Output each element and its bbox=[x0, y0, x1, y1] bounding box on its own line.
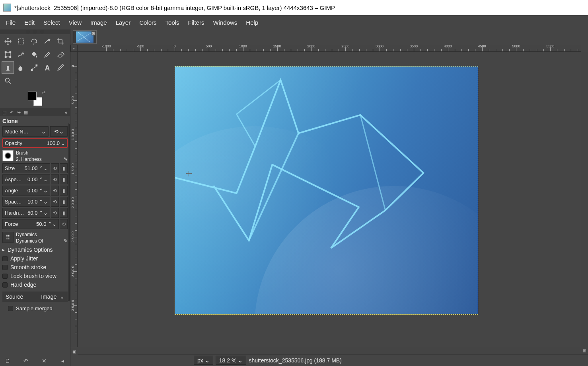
canvas-scroll-v[interactable] bbox=[581, 52, 588, 347]
unit-select[interactable]: px⌄ bbox=[194, 356, 213, 365]
brush-name[interactable]: 2. Hardness bbox=[16, 157, 42, 162]
hardness-link-button[interactable]: ▮ bbox=[60, 208, 68, 218]
menu-tools[interactable]: Tools bbox=[161, 17, 184, 28]
tool-eraser[interactable] bbox=[54, 48, 66, 61]
tool-smudge[interactable] bbox=[15, 61, 27, 74]
svg-rect-0 bbox=[18, 39, 23, 44]
apply-jitter-checkbox[interactable]: Apply Jitter bbox=[2, 255, 68, 262]
title-text: *[shutterstock_2535506] (imported)-8.0 (… bbox=[14, 4, 335, 11]
ruler-vertical[interactable]: 05 0 01 0 0 01 5 0 02 0 0 02 5 0 03 0 0 … bbox=[70, 52, 78, 347]
dynamics-options-expander[interactable]: ▸Dynamics Options bbox=[2, 247, 68, 253]
dynamics-name[interactable]: Dynamics Of bbox=[16, 238, 43, 244]
swap-colors-icon[interactable]: ⇄ bbox=[42, 90, 45, 95]
size-input[interactable]: Size51.00 ⌃⌄ bbox=[2, 163, 50, 173]
menu-help[interactable]: Help bbox=[241, 17, 263, 28]
force-reset-button[interactable]: ⟲ bbox=[60, 219, 68, 229]
sample-merged-checkbox[interactable]: Sample merged bbox=[2, 305, 68, 311]
spacing-reset-button[interactable]: ⟲ bbox=[51, 197, 59, 207]
tool-warp[interactable] bbox=[15, 48, 27, 61]
dock-tab-undo[interactable]: ↪ bbox=[16, 110, 21, 115]
canvas[interactable] bbox=[175, 66, 478, 315]
tool-options-scrollbar[interactable] bbox=[68, 123, 70, 301]
delete-tool-preset-icon[interactable]: ✕ bbox=[41, 357, 48, 364]
spacing-input[interactable]: Spac…10.0 ⌃⌄ bbox=[2, 197, 50, 207]
aspect-reset-button[interactable]: ⟲ bbox=[51, 174, 59, 184]
spacing-link-button[interactable]: ▮ bbox=[60, 197, 68, 207]
save-tool-preset-icon[interactable]: 🗋 bbox=[4, 357, 11, 364]
tool-bucket[interactable] bbox=[28, 48, 40, 61]
menu-edit[interactable]: Edit bbox=[20, 17, 39, 28]
dock-tab-device[interactable]: ↶ bbox=[9, 110, 14, 115]
blend-mode-select[interactable]: Mode N…⌄ bbox=[2, 126, 49, 137]
edit-brush-icon[interactable]: ✎ bbox=[64, 157, 68, 162]
canvas-artwork bbox=[175, 67, 478, 314]
menu-filters[interactable]: Filters bbox=[184, 17, 209, 28]
svg-rect-2 bbox=[5, 51, 6, 53]
brush-preview[interactable] bbox=[2, 150, 14, 161]
canvas-nav-button[interactable]: ⊞ bbox=[581, 347, 588, 354]
ruler-origin-button[interactable]: ▸ bbox=[70, 45, 78, 52]
hardness-input[interactable]: Hardn…50.0 ⌃⌄ bbox=[2, 208, 50, 218]
aspect-link-button[interactable]: ▮ bbox=[60, 174, 68, 184]
edit-dynamics-icon[interactable]: ✎ bbox=[64, 238, 68, 244]
hardness-reset-button[interactable]: ⟲ bbox=[51, 208, 59, 218]
blend-direction-select[interactable]: ⟲⌄ bbox=[50, 126, 68, 137]
force-input[interactable]: Force50.0 ⌃⌄ bbox=[2, 219, 59, 229]
dock-menu-icon[interactable]: ◂ bbox=[63, 110, 68, 115]
zoom-select[interactable]: 18.2 %⌄ bbox=[216, 356, 247, 365]
angle-input[interactable]: Angle0.00 ⌃⌄ bbox=[2, 186, 50, 196]
menu-view[interactable]: View bbox=[64, 17, 86, 28]
tool-free-select[interactable] bbox=[28, 35, 40, 47]
menu-windows[interactable]: Windows bbox=[208, 17, 241, 28]
dock-tabs: ⬚ ↶ ↪ ▦ ◂ bbox=[0, 108, 70, 116]
quick-mask-button[interactable]: ▣ bbox=[70, 348, 78, 355]
dock-tab-images[interactable]: ▦ bbox=[23, 110, 29, 115]
opacity-slider[interactable]: Opacity 100.0⌄ bbox=[2, 138, 68, 148]
tool-rect-select[interactable] bbox=[15, 35, 27, 47]
tool-fuzzy-select[interactable] bbox=[41, 35, 53, 47]
tool-transform[interactable] bbox=[2, 48, 14, 61]
tool-crop[interactable] bbox=[54, 35, 66, 47]
menu-image[interactable]: Image bbox=[86, 17, 111, 28]
angle-link-button[interactable]: ▮ bbox=[60, 186, 68, 196]
canvas-area: ⊠ ▸ -1000-500050010001500200025003000350… bbox=[70, 29, 588, 366]
tool-color-picker[interactable] bbox=[54, 61, 66, 74]
menu-file[interactable]: File bbox=[2, 17, 20, 28]
fg-bg-swatch[interactable]: ⇄ bbox=[28, 92, 42, 106]
menu-select[interactable]: Select bbox=[39, 17, 64, 28]
ruler-horizontal[interactable]: -1000-5000500100015002000250030003500400… bbox=[78, 45, 581, 52]
aspect-input[interactable]: Aspe…0.00 ⌃⌄ bbox=[2, 174, 50, 184]
menu-colors[interactable]: Colors bbox=[135, 17, 161, 28]
fg-color[interactable] bbox=[28, 92, 37, 100]
smooth-stroke-checkbox[interactable]: Smooth stroke bbox=[2, 264, 68, 270]
svg-rect-5 bbox=[10, 56, 11, 57]
lock-brush-checkbox[interactable]: Lock brush to view bbox=[2, 273, 68, 279]
tool-paths[interactable] bbox=[28, 61, 40, 74]
restore-tool-preset-icon[interactable]: ↶ bbox=[22, 357, 29, 364]
angle-reset-button[interactable]: ⟲ bbox=[51, 186, 59, 196]
clone-source-select[interactable]: Source Image ⌄ bbox=[2, 292, 68, 302]
titlebar: *[shutterstock_2535506] (imported)-8.0 (… bbox=[0, 0, 588, 15]
menubar: File Edit Select View Image Layer Colors… bbox=[0, 15, 588, 29]
size-reset-button[interactable]: ⟲ bbox=[51, 163, 59, 173]
size-link-button[interactable]: ▮ bbox=[60, 163, 68, 173]
hard-edge-checkbox[interactable]: Hard edge bbox=[2, 282, 68, 288]
tool-clone[interactable] bbox=[2, 61, 14, 74]
tool-paintbrush[interactable] bbox=[41, 48, 53, 61]
toolbox bbox=[0, 34, 70, 88]
dynamics-preview[interactable]: ⠿ bbox=[2, 232, 14, 243]
svg-rect-3 bbox=[10, 51, 11, 53]
tool-text[interactable] bbox=[41, 61, 53, 74]
reset-tool-options-icon[interactable]: ◂ bbox=[59, 357, 66, 364]
canvas-viewport[interactable] bbox=[78, 52, 581, 347]
status-info: shutterstock_2535506.jpg (188.7 MB) bbox=[249, 357, 341, 364]
tool-zoom[interactable] bbox=[2, 74, 14, 87]
sidebar: ⇄ ⬚ ↶ ↪ ▦ ◂ Clone Mode N…⌄ ⟲⌄ Opacity 10… bbox=[0, 29, 70, 366]
image-tab[interactable]: ⊠ bbox=[73, 30, 97, 44]
menu-layer[interactable]: Layer bbox=[111, 17, 135, 28]
canvas-scroll-h[interactable] bbox=[78, 347, 581, 354]
close-tab-icon[interactable]: ⊠ bbox=[92, 31, 95, 35]
svg-rect-4 bbox=[5, 56, 6, 57]
tool-move[interactable] bbox=[2, 35, 14, 47]
dock-tab-tool-options[interactable]: ⬚ bbox=[2, 110, 7, 115]
